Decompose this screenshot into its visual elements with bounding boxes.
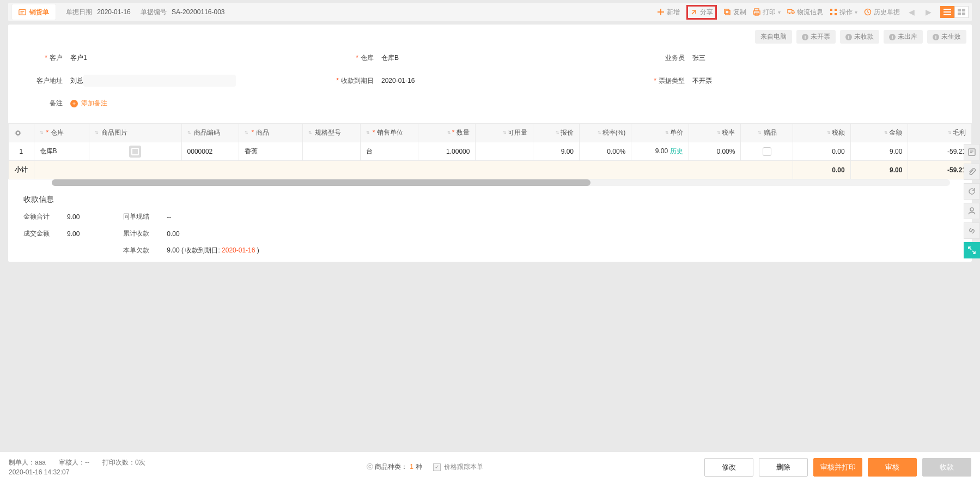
col-amount[interactable]: ⇅金额: [850, 124, 908, 142]
rail-attachment-button[interactable]: [964, 164, 980, 180]
field-salesman: 业务员 张三: [646, 53, 957, 63]
col-available[interactable]: ⇅可用量: [476, 124, 533, 142]
cell-index: 1: [9, 142, 34, 161]
status-source: 来自电脑: [755, 30, 792, 44]
payment-accumulated: 累计收款0.00: [123, 229, 259, 238]
gift-checkbox[interactable]: [763, 147, 771, 156]
footer-mid: ⓒ 商品种类：1种 ✓ 价格跟踪本单: [367, 462, 483, 472]
column-settings-button[interactable]: [9, 124, 34, 142]
field-due-date: *收款到期日 2020-01-16: [334, 76, 646, 86]
rail-user-button[interactable]: [964, 203, 980, 219]
cell-quote: 9.00: [533, 142, 580, 161]
view-card-button[interactable]: [954, 6, 969, 18]
status-ineffective[interactable]: i未生效: [927, 30, 966, 44]
field-warehouse: *仓库 仓库B: [334, 53, 646, 63]
price-history-link[interactable]: 历史: [670, 147, 683, 155]
chevron-down-icon: ▾: [855, 9, 857, 15]
col-gift[interactable]: ⇅赠品: [741, 124, 793, 142]
svg-rect-17: [962, 13, 965, 15]
footer-bar: 制单人：aaa 审核人：-- 打印次数：0次 2020-01-16 14:32:…: [0, 451, 980, 482]
sales-order-icon: [19, 8, 26, 16]
cell-rate2: 0.00%: [689, 142, 741, 161]
copy-button[interactable]: 复制: [723, 8, 746, 17]
cell-image: [89, 142, 181, 161]
plus-icon: [657, 8, 665, 16]
cell-qty: 1.00000: [418, 142, 476, 161]
rail-link-button[interactable]: [964, 222, 980, 239]
field-invoice-type: *票据类型 不开票: [646, 76, 957, 86]
price-follow-checkbox[interactable]: ✓ 价格跟踪本单: [433, 462, 483, 472]
rail-expand-button[interactable]: [964, 242, 980, 258]
col-rate2[interactable]: ⇅税率: [689, 124, 741, 142]
doc-code: 单据编号 SA-20200116-003: [141, 8, 225, 17]
auditor-info: 审核人：--: [59, 458, 89, 467]
subtotal-profit: -59.21: [908, 161, 972, 179]
history-icon: [864, 8, 872, 16]
col-quote[interactable]: ⇅报价: [533, 124, 580, 142]
print-button[interactable]: 打印 ▾: [753, 8, 781, 17]
prev-button[interactable]: ◀: [906, 8, 917, 16]
info-icon: i: [889, 34, 896, 40]
col-spec[interactable]: ⇅规格型号: [302, 124, 360, 142]
status-uninvoiced[interactable]: i未开票: [796, 30, 836, 44]
operate-button[interactable]: 操作 ▾: [830, 8, 857, 17]
table-header-row: ⇅*仓库 ⇅商品图片 ⇅商品编码 ⇅*商品 ⇅规格型号 ⇅*销售单位 ⇅*数量 …: [9, 124, 972, 142]
svg-rect-11: [830, 13, 832, 15]
checkbox-icon: ✓: [433, 463, 441, 471]
cell-product: 香蕉: [239, 142, 302, 161]
col-product[interactable]: ⇅*商品: [239, 124, 302, 142]
col-unit[interactable]: ⇅*销售单位: [360, 124, 418, 142]
cell-warehouse: 仓库B: [34, 142, 89, 161]
audit-button[interactable]: 审核: [868, 458, 917, 477]
edit-button[interactable]: 修改: [704, 458, 753, 477]
add-button[interactable]: 新增: [657, 8, 680, 17]
status-unshipped[interactable]: i未出库: [884, 30, 923, 44]
subtotal-row: 小计 0.00 9.00 -59.21: [9, 161, 972, 179]
grid-icon: [830, 8, 837, 16]
table-row[interactable]: 1 仓库B 0000002 香蕉 台 1.00000 9.00 0.00% 9.…: [9, 142, 972, 161]
add-remark-button[interactable]: + 添加备注: [70, 99, 107, 108]
subtotal-label: 小计: [9, 161, 34, 179]
share-button[interactable]: 分享: [686, 5, 717, 20]
svg-rect-10: [835, 9, 837, 11]
logistics-button[interactable]: 物流信息: [787, 8, 823, 17]
delete-button[interactable]: 删除: [759, 458, 808, 477]
top-bar-right: 新增 分享 复制 打印 ▾ 物流信息 操作 ▾: [657, 5, 969, 20]
status-unpaid[interactable]: i未收款: [840, 30, 879, 44]
col-warehouse[interactable]: ⇅*仓库: [34, 124, 89, 142]
horizontal-scrollbar[interactable]: [52, 179, 950, 186]
col-rate[interactable]: ⇅税率(%): [580, 124, 631, 142]
plus-circle-icon: +: [70, 100, 78, 107]
svg-point-18: [16, 131, 20, 135]
cell-unit: 台: [360, 142, 418, 161]
top-bar-left: 销货单 单据日期 2020-01-16 单据编号 SA-20200116-003: [11, 4, 225, 20]
col-profit[interactable]: ⇅毛利: [908, 124, 972, 142]
view-toggle: [940, 6, 969, 18]
active-tab[interactable]: 销货单: [11, 4, 56, 20]
svg-rect-2: [726, 10, 730, 15]
cell-gift: [741, 142, 793, 161]
col-tax[interactable]: ⇅税额: [793, 124, 850, 142]
collect-button: 收款: [922, 458, 971, 477]
col-qty[interactable]: ⇅*数量: [418, 124, 476, 142]
col-code[interactable]: ⇅商品编码: [181, 124, 239, 142]
rail-refresh-button[interactable]: [964, 183, 980, 200]
cell-amount: 9.00: [850, 142, 908, 161]
scrollbar-thumb[interactable]: [52, 179, 591, 186]
payment-same-order: 同单现结--: [123, 212, 259, 221]
col-price[interactable]: ⇅单价: [631, 124, 689, 142]
rail-note-button[interactable]: [964, 144, 980, 160]
next-button[interactable]: ▶: [923, 8, 934, 16]
subtotal-tax: 0.00: [793, 161, 850, 179]
history-button[interactable]: 历史单据: [864, 8, 900, 17]
view-list-button[interactable]: [940, 6, 954, 18]
svg-rect-14: [958, 9, 961, 11]
svg-rect-4: [753, 11, 760, 14]
cell-available: [476, 142, 533, 161]
svg-rect-1: [725, 9, 729, 14]
info-icon: i: [933, 34, 939, 40]
svg-point-8: [792, 13, 794, 14]
col-image[interactable]: ⇅商品图片: [89, 124, 181, 142]
audit-print-button[interactable]: 审核并打印: [813, 458, 862, 477]
cell-profit: -59.21: [908, 142, 972, 161]
